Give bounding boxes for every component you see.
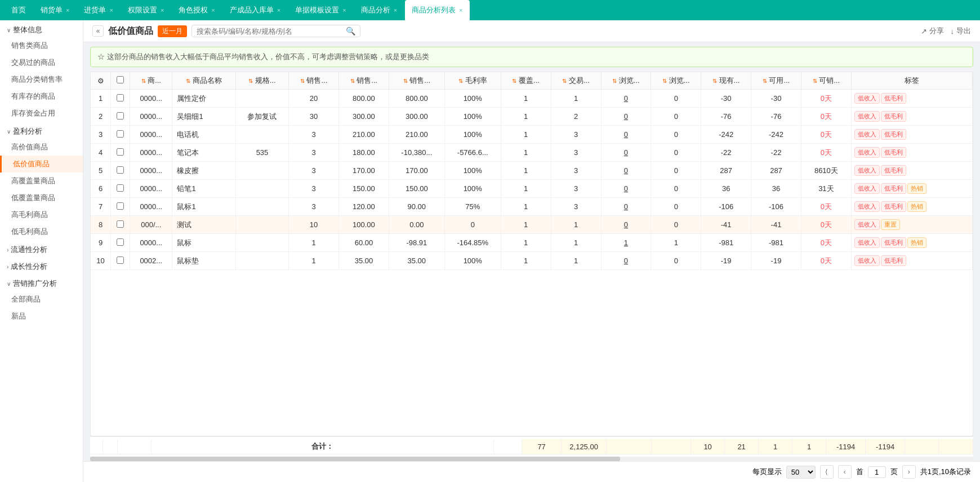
col-name[interactable]: ⇅ 商品名称 (172, 72, 235, 90)
col-settings[interactable]: ⚙ (91, 72, 111, 90)
sidebar-item-high-margin[interactable]: 高毛利商品 (0, 206, 83, 223)
view-link[interactable]: 0 (624, 130, 628, 139)
view-link[interactable]: 0 (624, 166, 628, 175)
view-link[interactable]: 0 (624, 202, 628, 211)
row-checkbox[interactable] (117, 202, 124, 210)
next-page-button[interactable]: › (902, 465, 916, 479)
view-link[interactable]: 1 (624, 238, 628, 247)
row-checkbox[interactable] (117, 94, 124, 101)
cell-checkbox[interactable] (111, 126, 130, 144)
sidebar-item-low-margin[interactable]: 低毛利商品 (0, 223, 83, 240)
cell-checkbox[interactable] (111, 90, 130, 108)
time-filter-button[interactable]: 近一月 (158, 25, 187, 37)
cell-checkbox[interactable] (111, 162, 130, 180)
view-link[interactable]: 0 (624, 94, 628, 103)
sidebar-item-inventory-capital[interactable]: 库存资金占用 (0, 105, 83, 122)
nav-tab-analysis-list[interactable]: 商品分析列表 × (405, 0, 469, 20)
cell-checkbox[interactable] (111, 252, 130, 270)
nav-tab-role[interactable]: 角色授权 × (172, 0, 221, 20)
page-number-input[interactable] (868, 466, 886, 478)
cell-checkbox[interactable] (111, 108, 130, 126)
nav-tab-analysis[interactable]: 商品分析 × (354, 0, 404, 20)
col-sale2[interactable]: ⇅ 销售... (339, 72, 389, 90)
close-icon[interactable]: × (161, 7, 164, 14)
data-table-wrapper[interactable]: ⚙ ⇅ 商... ⇅ 商品名称 ⇅ 规格... ⇅ 销售... ⇅ 销售... … (90, 72, 973, 436)
close-icon[interactable]: × (459, 7, 462, 14)
view-link[interactable]: 0 (624, 220, 628, 229)
sidebar-item-low-value[interactable]: 低价值商品 (0, 156, 83, 173)
cell-checkbox[interactable] (111, 180, 130, 198)
cell-checkbox[interactable] (111, 198, 130, 216)
cell-view1[interactable]: 0 (601, 144, 651, 162)
cell-view1[interactable]: 0 (601, 90, 651, 108)
col-view1[interactable]: ⇅ 浏览... (601, 72, 651, 90)
row-checkbox[interactable] (117, 257, 124, 264)
sidebar-item-category-rate[interactable]: 商品分类销售率 (0, 71, 83, 88)
col-cover[interactable]: ⇅ 覆盖... (501, 72, 551, 90)
sidebar-item-high-value[interactable]: 高价值商品 (0, 139, 83, 156)
cell-checkbox[interactable] (111, 234, 130, 252)
close-icon[interactable]: × (211, 7, 215, 14)
row-checkbox[interactable] (117, 184, 124, 192)
row-checkbox[interactable] (117, 130, 124, 138)
cell-view1[interactable]: 0 (601, 180, 651, 198)
col-sale3[interactable]: ⇅ 销售... (389, 72, 444, 90)
cell-view1[interactable]: 0 (601, 252, 651, 270)
cell-view1[interactable]: 1 (601, 234, 651, 252)
nav-tab-purchase[interactable]: 进货单 × (77, 0, 119, 20)
view-link[interactable]: 0 (624, 184, 628, 193)
cell-view1[interactable]: 0 (601, 126, 651, 144)
cell-view1[interactable]: 0 (601, 198, 651, 216)
sidebar-item-high-coverage[interactable]: 高覆盖量商品 (0, 173, 83, 189)
cell-view1[interactable]: 0 (601, 108, 651, 126)
nav-tab-sales[interactable]: 销货单 × (34, 0, 76, 20)
share-button[interactable]: ↗ 分享 (921, 26, 944, 36)
row-checkbox[interactable] (117, 238, 124, 246)
col-stock2[interactable]: ⇅ 可用... (751, 72, 801, 90)
col-view2[interactable]: ⇅ 浏览... (651, 72, 701, 90)
col-code[interactable]: ⇅ 商... (130, 72, 172, 90)
sidebar-group-overview[interactable]: ∨ 整体信息 (0, 20, 83, 37)
col-checkbox[interactable] (111, 72, 130, 90)
collapse-button[interactable]: « (92, 25, 104, 37)
col-margin[interactable]: ⇅ 毛利率 (444, 72, 501, 90)
col-spec[interactable]: ⇅ 规格... (235, 72, 288, 90)
search-input[interactable] (197, 27, 346, 36)
close-icon[interactable]: × (342, 7, 346, 14)
col-stock1[interactable]: ⇅ 现有... (701, 72, 751, 90)
cell-view1[interactable]: 0 (601, 216, 651, 234)
col-trade[interactable]: ⇅ 交易... (551, 72, 601, 90)
row-checkbox[interactable] (117, 166, 124, 174)
select-all-checkbox[interactable] (117, 76, 124, 83)
export-button[interactable]: ↓ 导出 (951, 26, 972, 36)
sidebar-item-all-goods[interactable]: 全部商品 (0, 291, 83, 308)
view-link[interactable]: 0 (624, 112, 628, 121)
close-icon[interactable]: × (109, 7, 113, 14)
close-icon[interactable]: × (394, 7, 397, 14)
view-link[interactable]: 0 (624, 148, 628, 157)
close-icon[interactable]: × (66, 7, 69, 14)
sidebar-group-circulation[interactable]: › 流通性分析 (0, 240, 83, 257)
sidebar-item-traded-goods[interactable]: 交易过的商品 (0, 54, 83, 71)
col-stock3[interactable]: ⇅ 可销... (801, 72, 851, 90)
cell-view1[interactable]: 0 (601, 162, 651, 180)
view-link[interactable]: 0 (624, 257, 628, 265)
sidebar-group-marketing[interactable]: ∨ 营销推广分析 (0, 274, 83, 291)
sidebar-item-sales-goods[interactable]: 销售类商品 (0, 37, 83, 54)
sidebar-item-low-coverage[interactable]: 低覆盖量商品 (0, 189, 83, 206)
nav-tab-product-in[interactable]: 产成品入库单 × (223, 0, 287, 20)
nav-tab-home[interactable]: 首页 (5, 0, 33, 20)
cell-checkbox[interactable] (111, 144, 130, 162)
nav-tab-permission[interactable]: 权限设置 × (121, 0, 171, 20)
sidebar-item-new-goods[interactable]: 新品 (0, 308, 83, 325)
close-icon[interactable]: × (277, 7, 280, 14)
prev-page-button[interactable]: ‹ (838, 465, 852, 479)
sidebar-group-profit[interactable]: ∨ 盈利分析 (0, 122, 83, 139)
per-page-select[interactable]: 50 100 200 (786, 466, 816, 479)
row-checkbox[interactable] (117, 220, 124, 228)
nav-tab-template[interactable]: 单据模板设置 × (288, 0, 353, 20)
first-page-button[interactable]: ⟨ (820, 465, 834, 479)
row-checkbox[interactable] (117, 112, 124, 120)
col-sale1[interactable]: ⇅ 销售... (289, 72, 339, 90)
row-checkbox[interactable] (117, 148, 124, 156)
